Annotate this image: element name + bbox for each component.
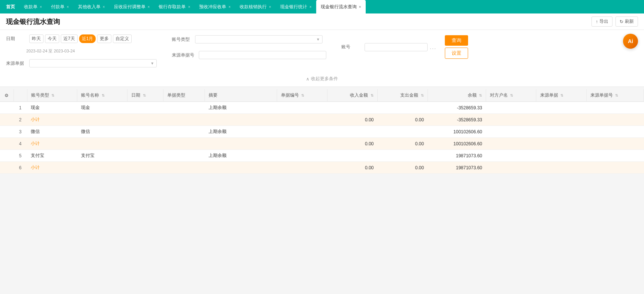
nav-tab-yushoudan[interactable]: 预收冲应收单 × (195, 0, 235, 13)
account-no-more-icon[interactable]: ... (430, 44, 437, 50)
cell-doc_type (163, 114, 205, 126)
tab-label: 应收应付调整单 (114, 4, 146, 10)
cell-date (128, 150, 163, 162)
cell-account_name (77, 114, 128, 126)
cell-source_doc_no (586, 162, 644, 174)
tab-label: 其他收入单 (78, 4, 101, 10)
col-source-doc-no[interactable]: 来源单据号 ⇅ (586, 89, 644, 102)
header-actions: ↑ 导出 ↻ 刷新 (591, 16, 638, 27)
cell-balance: -3528659.33 (428, 102, 486, 114)
close-icon[interactable]: × (40, 5, 42, 9)
date-btn-1month[interactable]: 近1月 (79, 34, 96, 43)
setting-button[interactable]: 设置 (445, 48, 468, 59)
table-row: 3微信微信上期余额100102606.60 (0, 126, 644, 138)
close-icon[interactable]: × (309, 5, 312, 9)
cell-doc_no (277, 162, 327, 174)
account-no-input[interactable] (368, 45, 424, 50)
query-button[interactable]: 查询 (445, 35, 468, 46)
tab-label: 付款单 (51, 4, 65, 10)
date-btn-today[interactable]: 今天 (45, 34, 59, 43)
cell-counterparty (486, 102, 536, 114)
col-balance[interactable]: 余额 ⇅ (428, 89, 486, 102)
close-icon[interactable]: × (67, 5, 69, 9)
nav-tab-shoukuandan[interactable]: 收款单 × (20, 0, 47, 13)
cell-account_name: 支付宝 (77, 150, 128, 162)
cell-doc_no (277, 102, 327, 114)
cell-income (327, 126, 377, 138)
source-doc-select[interactable]: ▾ (29, 59, 157, 67)
export-label: 导出 (599, 18, 608, 25)
cell-doc_type (163, 126, 205, 138)
col-expense[interactable]: 支出金额 ⇅ (377, 89, 428, 102)
cell-source_doc (536, 114, 586, 126)
col-account-type[interactable]: 账号类型 ⇅ (27, 89, 77, 102)
date-btn-7days[interactable]: 近7天 (61, 34, 78, 43)
cell-account_name: 现金 (77, 102, 128, 114)
col-income[interactable]: 收入金额 ⇅ (327, 89, 377, 102)
row-gear-cell (0, 162, 14, 174)
cell-source_doc (536, 126, 586, 138)
col-doc-no[interactable]: 单据编号 ⇅ (277, 89, 327, 102)
filter-row-account-no: 账号 ... 查询 设置 (341, 35, 468, 59)
source-doc-no-input[interactable] (202, 52, 323, 58)
filter-row-date: 日期 昨天 今天 近7天 近1月 更多 自定义 (6, 34, 157, 43)
nav-tab-tiaozhendan[interactable]: 应收应付调整单 × (110, 0, 155, 13)
refresh-button[interactable]: ↻ 刷新 (615, 16, 638, 27)
date-btn-custom[interactable]: 自定义 (113, 34, 132, 43)
filter-area: 日期 昨天 今天 近7天 近1月 更多 自定义 2023-02-24 至 202… (0, 30, 644, 87)
cell-source_doc_no (586, 102, 644, 114)
sort-icon: ⇅ (102, 93, 105, 97)
export-icon: ↑ (596, 19, 598, 24)
date-range-text: 2023-02-24 至 2023-03-24 (26, 49, 75, 53)
cell-income: 0.00 (327, 114, 377, 126)
nav-tab-fukuandan[interactable]: 付款单 × (47, 0, 74, 13)
cell-doc_type (163, 102, 205, 114)
date-btn-more[interactable]: 更多 (97, 34, 111, 43)
cell-doc_no (277, 114, 327, 126)
nav-tab-tongji[interactable]: 现金银行统计 × (276, 0, 316, 13)
account-type-select[interactable]: ▾ (195, 35, 323, 43)
nav-tab-hexiaozhi[interactable]: 收款核销执行 × (235, 0, 276, 13)
cell-balance: 100102606.60 (428, 126, 486, 138)
cell-summary: 上期余额 (205, 126, 277, 138)
nav-tab-liushui[interactable]: 现金银行流水查询 × (316, 0, 366, 13)
account-type-label: 账号类型 (172, 36, 191, 43)
close-icon[interactable]: × (359, 5, 361, 9)
cell-summary (205, 114, 277, 126)
row-index: 3 (14, 126, 27, 138)
col-counterparty[interactable]: 对方户名 ⇅ (486, 89, 536, 102)
collapse-bar[interactable]: ∧ 收起更多条件 (6, 74, 638, 84)
cell-source_doc_no (586, 150, 644, 162)
row-index: 4 (14, 138, 27, 150)
close-icon[interactable]: × (148, 5, 150, 9)
col-source-doc[interactable]: 来源单据 ⇅ (536, 89, 586, 102)
row-gear-cell (0, 126, 14, 138)
tab-label: 现金银行流水查询 (321, 4, 357, 10)
account-no-label: 账号 (341, 44, 360, 50)
row-gear-cell (0, 150, 14, 162)
export-button[interactable]: ↑ 导出 (591, 16, 612, 27)
nav-tab-home[interactable]: 首页 (2, 0, 20, 13)
col-date[interactable]: 日期 ⇅ (128, 89, 163, 102)
tab-label: 收款单 (24, 4, 38, 10)
source-doc-no-label: 来源单据号 (172, 52, 194, 58)
nav-tab-qitadan[interactable]: 其他收入单 × (74, 0, 110, 13)
close-icon[interactable]: × (188, 5, 190, 9)
cell-doc_no (277, 126, 327, 138)
close-icon[interactable]: × (228, 5, 231, 9)
col-gear[interactable]: ⚙ (0, 89, 14, 102)
cell-counterparty (486, 162, 536, 174)
ai-assistant-badge[interactable]: Ai (623, 34, 638, 49)
date-btn-yesterday[interactable]: 昨天 (29, 34, 44, 43)
row-index: 6 (14, 162, 27, 174)
data-table: ⚙ 账号类型 ⇅ 账号名称 ⇅ 日期 ⇅ 单据类型 (0, 89, 644, 174)
collapse-label: 收起更多条件 (311, 76, 338, 82)
cell-balance: 19871073.60 (428, 150, 486, 162)
col-account-name[interactable]: 账号名称 ⇅ (77, 89, 128, 102)
close-icon[interactable]: × (103, 5, 105, 9)
cell-balance: 19871073.60 (428, 162, 486, 174)
close-icon[interactable]: × (269, 5, 271, 9)
cell-income (327, 102, 377, 114)
filter-row-source-doc-no: 来源单据号 (172, 51, 326, 59)
nav-tab-yinhangdan[interactable]: 银行存取款单 × (154, 0, 195, 13)
